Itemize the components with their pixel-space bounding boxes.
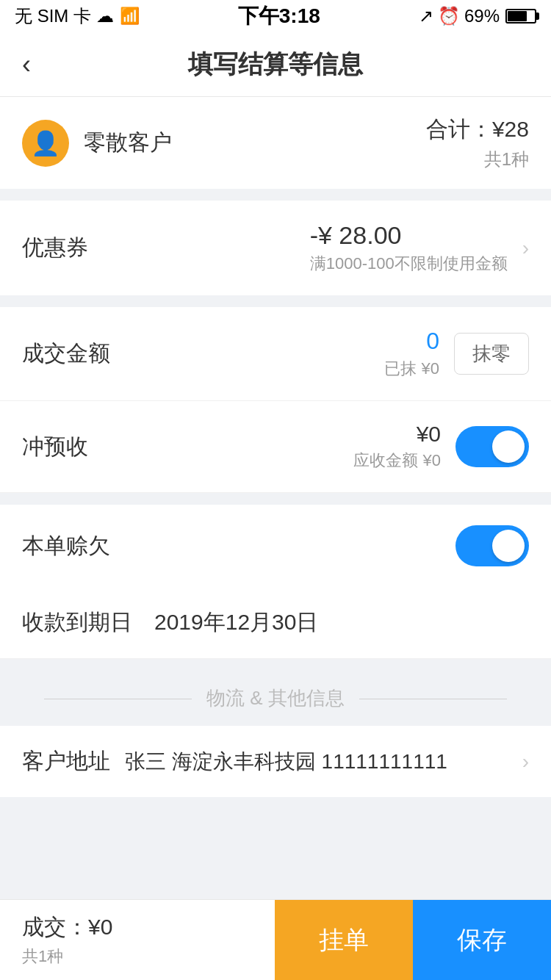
sim-text: 无 SIM 卡 ☁ (15, 4, 114, 28)
bottom-deal: 成交：¥0 (22, 912, 253, 943)
save-button[interactable]: 保存 (413, 900, 551, 981)
location-icon: ↗ (419, 6, 433, 26)
coupon-value-block: -¥ 28.00 满1000-100不限制使用金额 (310, 221, 508, 275)
deal-amount-row: 成交金额 0 已抹 ¥0 抹零 (0, 307, 551, 401)
coupon-desc: 满1000-100不限制使用金额 (310, 253, 508, 275)
page-title: 填写结算等信息 (188, 48, 363, 82)
amount-section: 成交金额 0 已抹 ¥0 抹零 冲预收 ¥0 应收金额 ¥0 (0, 307, 551, 493)
prepay-right: ¥0 应收金额 ¥0 (353, 422, 529, 472)
back-button[interactable]: ‹ (22, 49, 31, 80)
deal-amount-value[interactable]: 0 (426, 328, 439, 354)
prepay-toggle-knob (492, 430, 525, 463)
debt-label: 本单赊欠 (22, 531, 110, 561)
prepay-amounts: ¥0 应收金额 ¥0 (353, 422, 441, 472)
deal-amount-right: 0 已抹 ¥0 抹零 (384, 328, 529, 380)
due-date-label: 收款到期日 (22, 608, 132, 638)
bottom-count: 共1种 (22, 945, 253, 968)
deal-amount-block: 0 已抹 ¥0 (384, 328, 439, 380)
bottom-bar: 成交：¥0 共1种 挂单 保存 (0, 899, 551, 980)
customer-section: 👤 零散客户 合计：¥28 共1种 (0, 97, 551, 189)
prepay-sub: 应收金额 ¥0 (353, 450, 441, 472)
debt-row: 本单赊欠 (0, 505, 551, 587)
coupon-amount: -¥ 28.00 (310, 221, 508, 250)
coupon-label: 优惠券 (22, 233, 88, 263)
due-date-row: 收款到期日 2019年12月30日 (0, 587, 551, 659)
logistics-label: 物流 & 其他信息 (192, 687, 359, 709)
debt-section: 本单赊欠 收款到期日 2019年12月30日 (0, 505, 551, 659)
wifi-icon: 📶 (120, 7, 140, 26)
nav-bar: ‹ 填写结算等信息 (0, 32, 551, 97)
prepay-row: 冲预收 ¥0 应收金额 ¥0 (0, 401, 551, 493)
coupon-row[interactable]: 优惠券 -¥ 28.00 满1000-100不限制使用金额 › (0, 201, 551, 295)
customer-right: 合计：¥28 共1种 (426, 115, 529, 171)
coupon-right: -¥ 28.00 满1000-100不限制使用金额 › (310, 221, 529, 275)
debt-toggle[interactable] (455, 525, 529, 566)
debt-toggle-knob (492, 530, 525, 562)
address-label: 客户地址 (22, 746, 110, 777)
address-value: 张三 海淀永丰科技园 11111111111 (125, 748, 522, 776)
customer-name: 零散客户 (84, 128, 172, 158)
bottom-deal-value: ¥0 (88, 915, 112, 939)
coupon-section[interactable]: 优惠券 -¥ 28.00 满1000-100不限制使用金额 › (0, 201, 551, 295)
prepay-label: 冲预收 (22, 432, 88, 462)
customer-avatar: 👤 (22, 120, 69, 167)
battery-percent: 69% (464, 6, 500, 26)
content: 👤 零散客户 合计：¥28 共1种 优惠券 -¥ 28.00 满1000-100… (0, 97, 551, 897)
avatar-icon: 👤 (31, 129, 60, 157)
prepay-toggle[interactable] (455, 426, 529, 467)
status-time: 下午3:18 (238, 2, 320, 30)
total-count: 共1种 (426, 148, 529, 171)
bottom-summary: 成交：¥0 共1种 (0, 912, 275, 968)
address-chevron-icon: › (522, 750, 529, 774)
total-price: 合计：¥28 (426, 115, 529, 145)
logistics-divider: 物流 & 其他信息 (0, 671, 551, 726)
status-left: 无 SIM 卡 ☁ 📶 (15, 4, 140, 28)
customer-left: 👤 零散客户 (22, 120, 172, 167)
address-row[interactable]: 客户地址 张三 海淀永丰科技园 11111111111 › (0, 726, 551, 797)
due-date-value: 2019年12月30日 (154, 608, 318, 638)
battery-icon (505, 9, 536, 24)
hold-button[interactable]: 挂单 (275, 900, 413, 981)
address-section[interactable]: 客户地址 张三 海淀永丰科技园 11111111111 › (0, 726, 551, 797)
deal-amount-sub: 已抹 ¥0 (384, 358, 439, 380)
bottom-deal-label: 成交： (22, 915, 88, 939)
status-bar: 无 SIM 卡 ☁ 📶 下午3:18 ↗ ⏰ 69% (0, 0, 551, 32)
alarm-icon: ⏰ (438, 6, 460, 26)
coupon-chevron-icon: › (522, 237, 529, 260)
deal-amount-label: 成交金额 (22, 339, 110, 369)
prepay-amount: ¥0 (353, 422, 441, 447)
status-right: ↗ ⏰ 69% (419, 6, 536, 26)
round-zero-button[interactable]: 抹零 (454, 333, 529, 375)
